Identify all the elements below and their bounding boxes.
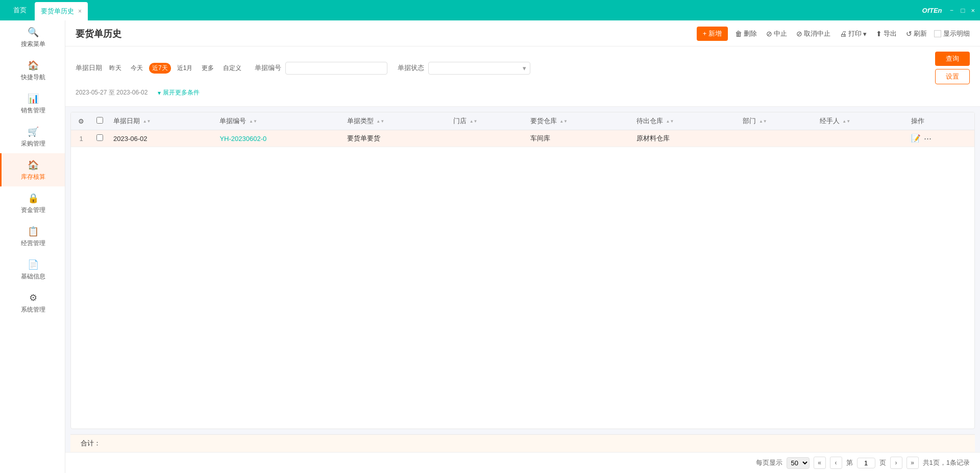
row-checkbox-cell <box>91 130 108 147</box>
sort-icon-date[interactable]: ▲▼ <box>143 120 151 124</box>
bill-status-select[interactable] <box>428 62 530 75</box>
basic-info-icon: 📄 <box>28 259 39 270</box>
pagination-next-btn[interactable]: › <box>890 457 902 469</box>
row-edit-icon[interactable]: 📝 <box>911 134 921 143</box>
sidebar-item-operations[interactable]: 📋 经营管理 <box>0 220 65 253</box>
delete-button[interactable]: 🗑 删除 <box>733 29 759 38</box>
th-store: 门店 ▲▼ <box>448 112 525 130</box>
sort-icon-req-warehouse[interactable]: ▲▼ <box>559 120 568 124</box>
sidebar-item-inventory[interactable]: 🏠 库存核算 <box>0 153 65 186</box>
filter-bar: 单据日期 昨天 今天 近7天 近1月 更多 自定义 单据编号 单据状态 <box>65 46 980 107</box>
sidebar-item-label: 库存核算 <box>21 173 45 181</box>
sidebar-item-search-menu[interactable]: 🔍 搜索菜单 <box>0 20 65 54</box>
close-tab-icon[interactable]: × <box>78 8 82 15</box>
bill-status-filter-label: 单据状态 <box>398 63 424 73</box>
row-pending-warehouse: 原材料仓库 <box>631 130 738 147</box>
cancel-stop-button[interactable]: ⊘ 取消中止 <box>794 29 832 38</box>
print-button[interactable]: 🖨 打印 ▾ <box>838 29 869 38</box>
row-department <box>738 130 814 147</box>
sales-icon: 📊 <box>28 93 39 104</box>
cancel-stop-label: 取消中止 <box>804 29 830 38</box>
date-btn-1month[interactable]: 近1月 <box>174 63 196 74</box>
pagination-prev-btn[interactable]: ‹ <box>830 457 842 469</box>
refresh-button[interactable]: ↺ 刷新 <box>904 29 929 38</box>
system-icon: ⚙ <box>29 292 37 303</box>
sidebar-item-basic-info[interactable]: 📄 基础信息 <box>0 253 65 286</box>
per-page-select[interactable]: 50 <box>787 457 810 469</box>
date-btn-custom[interactable]: 自定义 <box>220 63 244 74</box>
sort-icon-department[interactable]: ▲▼ <box>759 120 767 124</box>
data-table: ⚙ 单据日期 ▲▼ 单据编号 ▲▼ <box>71 112 974 147</box>
bill-no-filter-label: 单据编号 <box>255 63 281 73</box>
table-row: 1 2023-06-02 YH-20230602-0 要货单要货 车间库 原材料… <box>71 130 974 147</box>
topbar-maximize[interactable]: □ <box>961 7 965 14</box>
home-tab[interactable]: 首页 <box>5 0 35 20</box>
page-input[interactable] <box>857 458 875 468</box>
page-title: 要货单历史 <box>76 28 121 40</box>
th-req-warehouse-label: 要货仓库 <box>530 117 557 125</box>
active-tab[interactable]: 要货单历史 × <box>35 2 88 20</box>
sidebar-item-label: 资金管理 <box>21 206 45 215</box>
sidebar-item-label: 搜索菜单 <box>21 40 45 49</box>
sidebar-item-purchase[interactable]: 🛒 采购管理 <box>0 120 65 153</box>
footer-total: 合计： <box>70 434 975 452</box>
pagination: 每页显示 50 « ‹ 第 页 › » 共1页，1条记录 <box>65 452 980 473</box>
select-all-checkbox[interactable] <box>96 117 103 124</box>
date-btn-today[interactable]: 今天 <box>128 63 146 74</box>
date-btn-7days[interactable]: 近7天 <box>149 63 171 74</box>
topbar-close[interactable]: × <box>971 7 975 14</box>
cancel-stop-icon: ⊘ <box>796 30 802 38</box>
date-filter-options: 昨天 今天 近7天 近1月 更多 自定义 <box>106 63 244 74</box>
row-req-warehouse: 车间库 <box>525 130 631 147</box>
row-bill-no: YH-20230602-0 <box>214 130 341 147</box>
th-department: 部门 ▲▼ <box>738 112 814 130</box>
expand-icon: ▾ <box>158 89 161 97</box>
sidebar-item-system[interactable]: ⚙ 系统管理 <box>0 286 65 319</box>
pagination-total-info: 共1页，1条记录 <box>923 458 970 467</box>
page-suffix: 页 <box>879 458 886 467</box>
column-settings-icon[interactable]: ⚙ <box>78 117 84 125</box>
th-pending-warehouse-label: 待出仓库 <box>636 117 663 125</box>
export-button[interactable]: ⬆ 导出 <box>874 29 899 38</box>
display-detail-toggle[interactable]: 显示明细 <box>934 29 970 38</box>
quick-nav-icon: 🏠 <box>28 60 39 71</box>
th-bill-type: 单据类型 ▲▼ <box>342 112 448 130</box>
sidebar-item-sales[interactable]: 📊 销售管理 <box>0 87 65 120</box>
settings-button[interactable]: 设置 <box>935 69 970 84</box>
sidebar-item-label: 系统管理 <box>21 305 45 314</box>
sort-icon-bill-no[interactable]: ▲▼ <box>249 120 257 124</box>
row-checkbox[interactable] <box>96 134 103 141</box>
stop-label: 中止 <box>774 29 787 38</box>
sort-icon-pending-warehouse[interactable]: ▲▼ <box>666 120 674 124</box>
sort-icon-handler[interactable]: ▲▼ <box>842 120 850 124</box>
row-date: 2023-06-02 <box>108 130 214 147</box>
sidebar-item-finance[interactable]: 🔒 资金管理 <box>0 186 65 220</box>
th-action-label: 操作 <box>911 117 924 125</box>
query-button[interactable]: 查询 <box>935 52 970 66</box>
bill-no-link[interactable]: YH-20230602-0 <box>219 135 266 143</box>
date-btn-more[interactable]: 更多 <box>199 63 217 74</box>
date-filter-label: 单据日期 <box>76 63 102 73</box>
action-icons: 📝 ⋯ <box>911 134 969 143</box>
pagination-first-btn[interactable]: « <box>814 457 826 469</box>
row-handler <box>815 130 906 147</box>
expand-more-btn[interactable]: ▾ 展开更多条件 <box>158 88 200 97</box>
th-date: 单据日期 ▲▼ <box>108 112 214 130</box>
delete-label: 删除 <box>744 29 757 38</box>
sort-icon-store[interactable]: ▲▼ <box>470 120 478 124</box>
new-button[interactable]: + 新增 <box>697 27 728 41</box>
print-chevron-icon: ▾ <box>863 30 867 38</box>
row-more-icon[interactable]: ⋯ <box>924 134 932 143</box>
date-btn-yesterday[interactable]: 昨天 <box>106 63 125 74</box>
export-label: 导出 <box>884 29 897 38</box>
sidebar-item-quick-nav[interactable]: 🏠 快捷导航 <box>0 54 65 87</box>
bill-status-select-wrapper <box>428 62 530 75</box>
row-num: 1 <box>71 130 91 147</box>
sort-icon-bill-type[interactable]: ▲▼ <box>376 120 384 124</box>
bill-no-input[interactable] <box>285 62 387 75</box>
row-store <box>448 130 525 147</box>
stop-button[interactable]: ⊘ 中止 <box>764 29 789 38</box>
top-bar: 首页 要货单历史 × OfTEn － □ × <box>0 0 980 20</box>
topbar-minimize[interactable]: － <box>948 6 955 15</box>
pagination-last-btn[interactable]: » <box>906 457 919 469</box>
